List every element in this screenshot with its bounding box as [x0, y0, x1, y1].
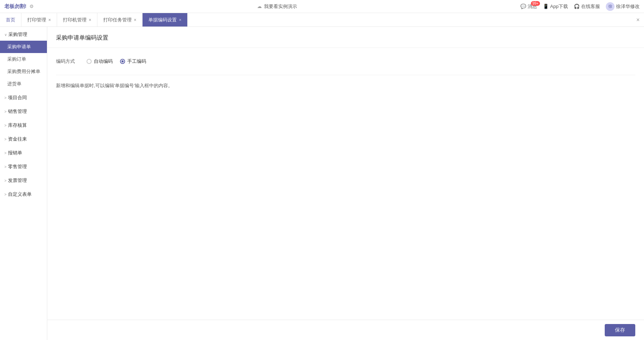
tab-printer-mgmt-close[interactable]: ×: [89, 17, 91, 23]
demo-text[interactable]: 我要看实例演示: [264, 3, 297, 10]
tab-print-mgmt[interactable]: 打印管理 ×: [21, 13, 57, 27]
top-bar-left: 老板勿割! ⚙: [4, 3, 34, 10]
main-layout: ∨ 采购管理 采购申请单 采购订单 采购费用分摊单 进货单 > 项目合同: [0, 27, 644, 340]
radio-manual[interactable]: 手工编码: [120, 58, 146, 65]
username: 徐泽华修改: [616, 3, 640, 10]
sidebar-group-finance-label: 资金往来: [8, 136, 27, 142]
encoding-mode-label: 编码方式: [56, 58, 78, 65]
sidebar-group-sales-title[interactable]: > 销售管理: [0, 105, 47, 118]
radio-auto-label: 自动编码: [94, 58, 113, 65]
arrow-right-icon7: >: [4, 179, 7, 183]
tab-print-task-label: 打印任务管理: [103, 17, 132, 23]
sidebar-group-retail-label: 零售管理: [8, 163, 27, 170]
radio-manual-label: 手工编码: [127, 58, 146, 65]
sidebar-item-purchase-request[interactable]: 采购申请单: [0, 41, 47, 53]
online-service-label: 在线客服: [581, 3, 600, 10]
message-button[interactable]: 💬 消息 99+: [520, 3, 537, 10]
tab-home-label: 首页: [6, 17, 15, 23]
app-download-label: App下载: [550, 3, 568, 10]
arrow-right-icon5: >: [4, 151, 7, 155]
radio-manual-circle: [120, 59, 125, 64]
tab-print-mgmt-label: 打印管理: [27, 17, 46, 23]
tab-printer-mgmt-label: 打印机管理: [63, 17, 87, 23]
arrow-right-icon2: >: [4, 110, 7, 114]
sidebar-item-stock-in[interactable]: 进货单: [0, 78, 47, 90]
message-icon: 💬: [520, 4, 526, 9]
content-header: 采购申请单编码设置: [47, 27, 644, 48]
tab-printer-mgmt[interactable]: 打印机管理 ×: [57, 13, 97, 27]
arrow-right-icon4: >: [4, 137, 7, 141]
sidebar-item-stock-in-label: 进货单: [7, 81, 21, 86]
sidebar-group-inventory-title[interactable]: > 库存核算: [0, 119, 47, 131]
sidebar-group-procurement-label: 采购管理: [8, 31, 27, 38]
headset-icon: 🎧: [574, 4, 580, 9]
sidebar-group-invoice-label: 发票管理: [8, 177, 27, 184]
sidebar-group-inventory-label: 库存核算: [8, 122, 27, 129]
form-divider: [56, 75, 635, 75]
sidebar-item-purchase-expense[interactable]: 采购费用分摊单: [0, 65, 47, 78]
sidebar-group-retail-title[interactable]: > 零售管理: [0, 161, 47, 173]
sidebar-group-inventory: > 库存核算: [0, 119, 47, 131]
sidebar-group-custom-form-label: 自定义表单: [8, 191, 32, 198]
tab-home[interactable]: 首页: [0, 13, 21, 27]
sidebar-group-project: > 项目合同: [0, 92, 47, 104]
sidebar-group-invoice: > 发票管理: [0, 174, 47, 187]
arrow-right-icon6: >: [4, 165, 7, 169]
app-download-icon: 📱: [543, 4, 549, 9]
sidebar-group-custom-form-title[interactable]: > 自定义表单: [0, 188, 47, 201]
sidebar-item-purchase-order-label: 采购订单: [7, 56, 26, 62]
online-service-button[interactable]: 🎧 在线客服: [574, 3, 600, 10]
sidebar-group-project-label: 项目合同: [8, 94, 27, 101]
tab-bar: 首页 打印管理 × 打印机管理 × 打印任务管理 × 单据编码设置 × ×: [0, 13, 644, 27]
sidebar-item-purchase-request-label: 采购申请单: [7, 44, 31, 49]
content-footer: 保存: [47, 320, 644, 340]
tab-print-mgmt-close[interactable]: ×: [48, 17, 51, 23]
arrow-down-icon: ∨: [4, 33, 7, 37]
radio-auto-circle: [87, 59, 92, 64]
encoding-mode-row: 编码方式 自动编码 手工编码: [56, 55, 635, 68]
tab-code-setting[interactable]: 单据编码设置 ×: [143, 13, 188, 27]
sidebar-group-retail: > 零售管理: [0, 161, 47, 173]
top-bar-right: 💬 消息 99+ 📱 App下载 🎧 在线客服 徐 徐泽华修改: [520, 2, 640, 11]
cloud-icon: ☁: [257, 4, 262, 9]
hint-text: 新增和编辑单据时,可以编辑'单据编号'输入框中的内容。: [56, 82, 635, 89]
tab-print-task-close[interactable]: ×: [134, 17, 136, 23]
sidebar-group-sales-label: 销售管理: [8, 108, 27, 115]
encoding-form: 编码方式 自动编码 手工编码 新增和编辑单据时,可以编辑'单据编号'输入框中的内…: [47, 48, 644, 320]
sidebar-group-procurement-title[interactable]: ∨ 采购管理: [0, 28, 47, 41]
user-profile-button[interactable]: 徐 徐泽华修改: [606, 2, 640, 11]
content-area: 采购申请单编码设置 编码方式 自动编码 手工编码: [47, 27, 644, 340]
sidebar-group-reimbursement-title[interactable]: > 报销单: [0, 147, 47, 159]
top-bar: 老板勿割! ⚙ ☁ 我要看实例演示 💬 消息 99+ 📱 App下载 🎧 在线客…: [0, 0, 644, 13]
sidebar-item-purchase-order[interactable]: 采购订单: [0, 53, 47, 65]
arrow-right-icon3: >: [4, 124, 7, 128]
arrow-right-icon: >: [4, 96, 7, 100]
content-panel: 采购申请单编码设置 编码方式 自动编码 手工编码: [47, 27, 644, 340]
sidebar: ∨ 采购管理 采购申请单 采购订单 采购费用分摊单 进货单 > 项目合同: [0, 27, 47, 340]
page-title: 采购申请单编码设置: [56, 34, 635, 42]
tab-code-setting-close[interactable]: ×: [179, 17, 181, 23]
sidebar-group-finance: > 资金往来: [0, 133, 47, 145]
arrow-right-icon8: >: [4, 193, 7, 197]
top-bar-center: ☁ 我要看实例演示: [257, 3, 297, 10]
app-logo: 老板勿割!: [4, 3, 27, 10]
sidebar-group-project-title[interactable]: > 项目合同: [0, 92, 47, 104]
radio-auto[interactable]: 自动编码: [87, 58, 113, 65]
tab-print-task[interactable]: 打印任务管理 ×: [97, 13, 143, 27]
tab-bar-close-all[interactable]: ×: [632, 13, 644, 27]
app-download-button[interactable]: 📱 App下载: [543, 3, 568, 10]
save-button[interactable]: 保存: [605, 324, 635, 336]
tab-code-setting-label: 单据编码设置: [148, 17, 177, 23]
sidebar-group-invoice-title[interactable]: > 发票管理: [0, 174, 47, 187]
settings-icon[interactable]: ⚙: [29, 4, 34, 9]
radio-group: 自动编码 手工编码: [87, 58, 146, 65]
sidebar-group-procurement: ∨ 采购管理 采购申请单 采购订单 采购费用分摊单 进货单: [0, 28, 47, 90]
sidebar-group-reimbursement-label: 报销单: [8, 150, 22, 156]
sidebar-group-sales: > 销售管理: [0, 105, 47, 118]
message-badge: 99+: [531, 1, 540, 6]
sidebar-group-reimbursement: > 报销单: [0, 147, 47, 159]
sidebar-item-purchase-expense-label: 采购费用分摊单: [7, 69, 40, 74]
sidebar-group-finance-title[interactable]: > 资金往来: [0, 133, 47, 145]
avatar: 徐: [606, 2, 615, 11]
sidebar-group-custom-form: > 自定义表单: [0, 188, 47, 201]
